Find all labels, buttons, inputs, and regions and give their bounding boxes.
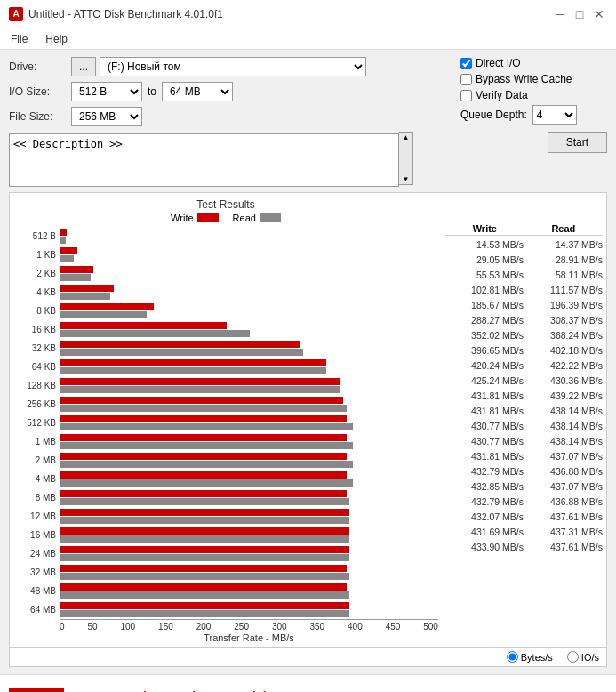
bar-pair: [60, 395, 438, 414]
io-size-to-select[interactable]: 64 MB: [162, 82, 233, 101]
results-row: 420.24 MB/s422.22 MB/s: [445, 358, 603, 374]
results-write-value: 352.02 MB/s: [445, 328, 524, 343]
results-write-value: 431.69 MB/s: [445, 525, 524, 540]
results-read-value: 437.61 MB/s: [524, 540, 603, 555]
verify-data-row: Verify Data: [460, 89, 607, 101]
write-legend-color: [197, 213, 219, 222]
scroll-up-arrow[interactable]: ▲: [403, 133, 410, 141]
write-bar: [60, 490, 347, 497]
queue-depth-select[interactable]: 4: [532, 105, 577, 125]
results-row: 432.07 MB/s437.61 MB/s: [445, 510, 603, 525]
start-button[interactable]: Start: [548, 132, 607, 153]
results-write-value: 433.90 MB/s: [445, 540, 524, 555]
bar-pair: [60, 507, 438, 526]
file-size-select[interactable]: 256 MB: [71, 107, 142, 126]
queue-depth-label: Queue Depth:: [460, 109, 527, 121]
io-per-sec-label[interactable]: IO/s: [567, 651, 599, 663]
write-bar: [60, 415, 347, 422]
results-row: 430.77 MB/s438.14 MB/s: [445, 419, 603, 434]
read-legend: Read: [233, 213, 281, 223]
results-write-value: 432.79 MB/s: [445, 464, 524, 479]
bypass-write-cache-checkbox[interactable]: [460, 74, 472, 85]
write-bar: [60, 565, 347, 572]
results-write-value: 185.67 MB/s: [445, 298, 524, 313]
results-read-value: 308.37 MB/s: [524, 313, 603, 328]
results-row: 431.81 MB/s439.22 MB/s: [445, 389, 603, 404]
results-row: 431.81 MB/s437.07 MB/s: [445, 449, 603, 464]
read-legend-color: [260, 213, 281, 222]
bar-row-label: 16 KB: [13, 320, 60, 339]
read-bar: [60, 423, 353, 430]
bar-pair: [60, 245, 438, 264]
results-write-value: 431.81 MB/s: [445, 449, 524, 464]
read-bar: [60, 479, 353, 487]
direct-io-row: Direct I/O: [460, 57, 607, 69]
bytes-per-sec-label[interactable]: Bytes/s: [507, 651, 553, 663]
desc-scrollbar: ▲ ▼: [399, 132, 413, 185]
description-textarea[interactable]: << Description >>: [9, 133, 399, 187]
bar-row-label: 16 MB: [13, 526, 60, 544]
maximize-button[interactable]: □: [572, 6, 588, 22]
bar-pair: [60, 451, 438, 470]
results-row: 431.81 MB/s438.14 MB/s: [445, 404, 603, 419]
bar-row-label: 512 KB: [13, 414, 60, 432]
bar-pair: [60, 376, 438, 395]
bar-row-label: 32 KB: [13, 339, 60, 358]
drive-browse-button[interactable]: ...: [71, 57, 96, 76]
bar-row-label: 64 MB: [13, 600, 60, 619]
results-write-value: 430.77 MB/s: [445, 434, 524, 449]
atto-banner: ATTO Storage and Network Connectivity Ex…: [0, 674, 616, 692]
bar-row-labels: 512 B1 KB2 KB4 KB8 KB16 KB32 KB64 KB128 …: [13, 227, 60, 619]
results-write-value: 55.53 MB/s: [445, 268, 524, 283]
results-read-value: 437.07 MB/s: [524, 479, 603, 495]
io-per-sec-text: IO/s: [581, 652, 599, 663]
bar-pair: [60, 358, 438, 376]
results-row: 185.67 MB/s196.39 MB/s: [445, 298, 603, 313]
window-controls: ─ □ ✕: [552, 6, 607, 22]
results-read-value: 436.88 MB/s: [524, 464, 603, 479]
direct-io-label: Direct I/O: [476, 57, 521, 69]
verify-data-checkbox[interactable]: [460, 90, 472, 101]
io-to-text: to: [148, 85, 156, 98]
bar-row-label: 2 KB: [13, 264, 60, 283]
write-bar: [60, 303, 154, 310]
drive-select[interactable]: (F:) Новый том: [100, 57, 366, 76]
results-row: 352.02 MB/s368.24 MB/s: [445, 328, 603, 343]
results-write-value: 425.24 MB/s: [445, 374, 524, 389]
scroll-down-arrow[interactable]: ▼: [403, 175, 410, 183]
io-per-sec-radio[interactable]: [567, 651, 579, 663]
results-read-value: 436.88 MB/s: [524, 495, 603, 510]
direct-io-checkbox[interactable]: [460, 58, 472, 69]
bar-row-label: 8 MB: [13, 488, 60, 507]
bypass-write-cache-label: Bypass Write Cache: [476, 73, 572, 85]
x-tick: 500: [423, 622, 438, 632]
bar-row-label: 24 MB: [13, 544, 60, 563]
atto-tagline: Storage and Network Connectivity Experts: [75, 689, 326, 693]
results-write-value: 420.24 MB/s: [445, 358, 524, 374]
write-bar: [60, 247, 77, 254]
bytes-per-sec-radio[interactable]: [507, 651, 518, 663]
results-read-value: 196.39 MB/s: [524, 298, 603, 313]
bar-row-label: 64 KB: [13, 358, 60, 376]
read-bar: [60, 442, 353, 449]
close-button[interactable]: ✕: [591, 6, 607, 22]
bar-pair: [60, 544, 438, 563]
read-bar: [60, 367, 326, 374]
results-read-value: 438.14 MB/s: [524, 404, 603, 419]
results-write-value: 432.07 MB/s: [445, 510, 524, 525]
results-write-value: 396.65 MB/s: [445, 343, 524, 358]
menu-file[interactable]: File: [7, 31, 31, 47]
results-write-value: 430.77 MB/s: [445, 419, 524, 434]
read-legend-label: Read: [233, 213, 256, 223]
io-size-from-select[interactable]: 512 B: [71, 82, 142, 101]
minimize-button[interactable]: ─: [552, 6, 568, 22]
app-icon: A: [9, 7, 23, 21]
results-read-value: 438.14 MB/s: [524, 434, 603, 449]
read-bar: [60, 461, 353, 468]
bar-row-label: 8 KB: [13, 302, 60, 320]
bar-row-label: 12 MB: [13, 507, 60, 526]
x-tick: 50: [87, 622, 97, 632]
read-bar: [60, 386, 340, 393]
menu-help[interactable]: Help: [42, 31, 71, 47]
write-bar: [60, 341, 300, 348]
